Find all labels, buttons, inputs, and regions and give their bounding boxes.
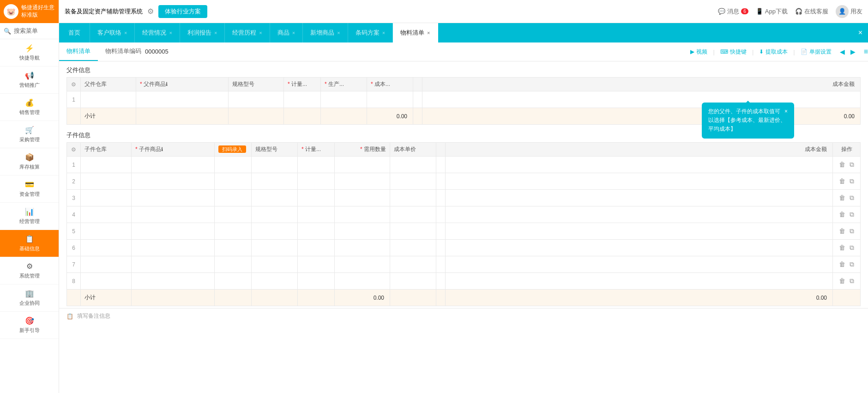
child-product-4[interactable]: [132, 206, 215, 223]
child-warehouse-6[interactable]: [81, 240, 132, 256]
child-quantity-1[interactable]: [335, 157, 390, 173]
child-unit-cost-8[interactable]: [390, 273, 436, 290]
extract-cost-btn[interactable]: ⬇ 提取成本: [759, 48, 788, 56]
tab-profit[interactable]: 利润报告 ×: [180, 23, 225, 42]
child-warehouse-4[interactable]: [81, 206, 132, 223]
tab-customers[interactable]: 客户联络 ×: [90, 23, 135, 42]
child-product-info-icon[interactable]: ℹ: [161, 146, 163, 152]
child-spec-4[interactable]: [252, 206, 298, 223]
subtab-bom-code[interactable]: 物料清单编码 0000005: [98, 42, 176, 61]
online-service-btn[interactable]: 🎧 在线客服: [795, 7, 828, 16]
child-quantity-8[interactable]: [335, 273, 390, 290]
child-unit-cost-1[interactable]: [390, 157, 436, 173]
tab-barcode[interactable]: 条码方案 ×: [348, 23, 393, 42]
tab-bom-close[interactable]: ×: [427, 30, 430, 36]
child-unit-5[interactable]: [298, 223, 335, 240]
tab-home[interactable]: 首页: [59, 23, 90, 42]
parent-production-1[interactable]: [321, 91, 367, 108]
child-quantity-2[interactable]: [335, 173, 390, 190]
child-quantity-4[interactable]: [335, 206, 390, 223]
child-unit-cost-7[interactable]: [390, 256, 436, 273]
child-unit-6[interactable]: [298, 240, 335, 256]
child-spec-6[interactable]: [252, 240, 298, 256]
delete-btn-4[interactable]: 🗑: [838, 211, 847, 218]
child-unit-4[interactable]: [298, 206, 335, 223]
child-spec-1[interactable]: [252, 157, 298, 173]
child-quantity-3[interactable]: [335, 190, 390, 206]
message-btn[interactable]: 💬 消息 6: [718, 7, 748, 16]
bottom-bar-text[interactable]: 填写备注信息: [77, 312, 110, 320]
child-warehouse-2[interactable]: [81, 173, 132, 190]
sidebar-logo[interactable]: 🐷 畅捷通好生意 标准版: [0, 0, 59, 23]
next-arrow[interactable]: ▶: [848, 48, 858, 55]
child-warehouse-1[interactable]: [81, 157, 132, 173]
nav-close-all[interactable]: ×: [853, 29, 868, 37]
sidebar-item-basics[interactable]: 📋 基础信息: [0, 230, 59, 257]
tab-history[interactable]: 经营历程 ×: [225, 23, 270, 42]
copy-btn-5[interactable]: ⧉: [848, 227, 856, 235]
parent-unit-1[interactable]: [284, 91, 321, 108]
copy-btn-1[interactable]: ⧉: [848, 161, 856, 168]
parent-product-1[interactable]: [136, 91, 229, 108]
tab-new-products[interactable]: 新增商品 ×: [303, 23, 348, 42]
sidebar-item-enterprise[interactable]: 🏢 企业协同: [0, 284, 59, 312]
child-unit-cost-6[interactable]: [390, 240, 436, 256]
prev-arrow[interactable]: ◀: [837, 48, 848, 55]
delete-btn-8[interactable]: 🗑: [838, 277, 847, 284]
sidebar-item-guide[interactable]: 🎯 新手引导: [0, 312, 59, 339]
delete-btn-7[interactable]: 🗑: [838, 260, 847, 268]
tab-bom[interactable]: 物料清单 ×: [393, 23, 438, 42]
child-unit-8[interactable]: [298, 273, 335, 290]
grid-view-icon[interactable]: ≡: [864, 48, 868, 56]
child-warehouse-5[interactable]: [81, 223, 132, 240]
shortcut-btn[interactable]: ⌨ 快捷键: [720, 48, 747, 56]
child-unit-cost-5[interactable]: [390, 223, 436, 240]
child-quantity-7[interactable]: [335, 256, 390, 273]
child-warehouse-3[interactable]: [81, 190, 132, 206]
copy-btn-6[interactable]: ⧉: [848, 244, 856, 251]
child-warehouse-7[interactable]: [81, 256, 132, 273]
child-unit-2[interactable]: [298, 173, 335, 190]
tab-profit-close[interactable]: ×: [214, 30, 217, 36]
view-btn[interactable]: ▶ 视频: [690, 48, 707, 56]
child-unit-cost-3[interactable]: [390, 190, 436, 206]
child-quantity-5[interactable]: [335, 223, 390, 240]
tab-barcode-close[interactable]: ×: [382, 30, 385, 36]
child-product-8[interactable]: [132, 273, 215, 290]
child-warehouse-8[interactable]: [81, 273, 132, 290]
trial-button[interactable]: 体验行业方案: [158, 5, 207, 18]
child-spec-3[interactable]: [252, 190, 298, 206]
sidebar-item-quick-nav[interactable]: ⚡ 快捷导航: [0, 39, 59, 67]
child-unit-cost-4[interactable]: [390, 206, 436, 223]
child-product-3[interactable]: [132, 190, 215, 206]
tab-products[interactable]: 商品 ×: [270, 23, 303, 42]
sidebar-item-system[interactable]: ⚙ 系统管理: [0, 257, 59, 284]
copy-btn-4[interactable]: ⧉: [848, 211, 856, 218]
subtab-bom-list[interactable]: 物料清单: [59, 42, 98, 61]
sidebar-item-purchase[interactable]: 🛒 采购管理: [0, 121, 59, 148]
sidebar-item-operations[interactable]: 📊 经营管理: [0, 203, 59, 230]
app-download-btn[interactable]: 📱 App下载: [756, 7, 788, 16]
child-quantity-6[interactable]: [335, 240, 390, 256]
delete-btn-1[interactable]: 🗑: [838, 161, 847, 168]
tab-new-products-close[interactable]: ×: [337, 30, 340, 36]
single-settings-btn[interactable]: 📄 单据设置: [801, 48, 832, 56]
copy-btn-8[interactable]: ⧉: [848, 277, 856, 284]
child-product-7[interactable]: [132, 256, 215, 273]
child-spec-8[interactable]: [252, 273, 298, 290]
child-unit-cost-2[interactable]: [390, 173, 436, 190]
tooltip-close-btn[interactable]: ×: [784, 107, 788, 116]
scan-btn[interactable]: 扫码录入: [218, 145, 246, 153]
sidebar-search[interactable]: 🔍 搜索菜单: [0, 23, 59, 39]
user-menu[interactable]: 👤 用友: [836, 5, 862, 18]
child-spec-7[interactable]: [252, 256, 298, 273]
child-unit-7[interactable]: [298, 256, 335, 273]
sidebar-item-finance[interactable]: 💳 资金管理: [0, 175, 59, 203]
sidebar-item-inventory[interactable]: 📦 库存核算: [0, 148, 59, 175]
tab-operations[interactable]: 经营情况 ×: [135, 23, 180, 42]
delete-btn-5[interactable]: 🗑: [838, 227, 847, 235]
parent-warehouse-1[interactable]: [81, 91, 136, 108]
copy-btn-7[interactable]: ⧉: [848, 260, 856, 268]
sidebar-item-sales[interactable]: 💰 销售管理: [0, 94, 59, 121]
delete-btn-6[interactable]: 🗑: [838, 244, 847, 251]
